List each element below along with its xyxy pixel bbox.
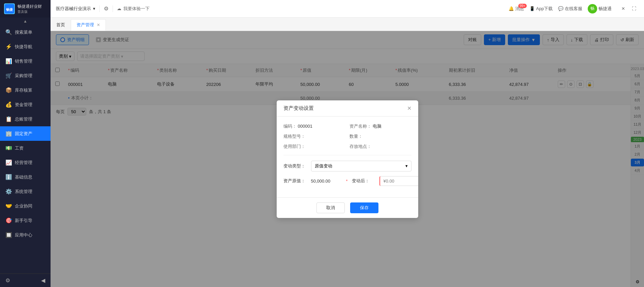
content-area: 资产明细 变更生成凭证 对账 + 新增 批量操作 ▼ bbox=[51, 31, 644, 287]
company-name: 医疗器械行业演示 bbox=[56, 6, 91, 12]
avatar-circle: 畅 bbox=[588, 4, 597, 13]
inventory-icon: 📦 bbox=[5, 87, 11, 93]
modal-close-button[interactable]: ✕ bbox=[407, 105, 411, 111]
sidebar: 畅捷 畅捷通好业财 普及版 ▲ 🔍 搜索菜单 ⚡ 快捷导航 📊 销售管理 bbox=[0, 0, 51, 287]
sidebar-item-operations[interactable]: 📈 经营管理 bbox=[0, 155, 51, 170]
topbar-divider-1 bbox=[99, 5, 100, 12]
close-window-button[interactable]: ✕ bbox=[618, 4, 628, 13]
sidebar-logo: 畅捷 畅捷通好业财 普及版 bbox=[0, 0, 51, 18]
sidebar-item-guide[interactable]: 🎯 新手引导 bbox=[0, 213, 51, 228]
guide-icon: 🎯 bbox=[5, 217, 11, 224]
required-marker: * bbox=[346, 179, 348, 184]
experience-button[interactable]: ☁ 我要体验一下 bbox=[117, 6, 150, 12]
modal-change-type-row: 变动类型： 原值变动 ▾ bbox=[283, 161, 411, 171]
sidebar-bottom: ⚙ ◀ bbox=[0, 274, 51, 287]
operations-icon: 📈 bbox=[5, 159, 11, 166]
basic-info-icon: ℹ️ bbox=[5, 174, 11, 180]
original-value-label: 资产原值： bbox=[283, 178, 307, 184]
tab-asset-management[interactable]: 资产管理 ✕ bbox=[71, 19, 106, 31]
sidebar-item-inventory[interactable]: 📦 库存核算 bbox=[0, 83, 51, 97]
modal-department-item: 使用部门： bbox=[283, 144, 345, 150]
cloud-icon: ☁ bbox=[117, 6, 121, 11]
sidebar-item-salary[interactable]: 💵 工资 bbox=[0, 141, 51, 155]
quick-nav-icon: ⚡ bbox=[5, 43, 11, 50]
tab-home[interactable]: 首页 bbox=[51, 19, 71, 31]
logo-text: 畅捷通好业财 普及版 bbox=[18, 4, 42, 14]
modal-values-row: 资产原值： 50,000.00 * 变动后： bbox=[283, 176, 411, 186]
original-value-display: 50,000.00 bbox=[311, 179, 338, 184]
change-type-label: 变动类型： bbox=[283, 163, 307, 169]
message-button[interactable]: 🔔 消息 99+ bbox=[509, 6, 524, 12]
sales-icon: 📊 bbox=[5, 58, 11, 64]
settings-bottom-icon[interactable]: ⚙ bbox=[5, 277, 10, 284]
finance-icon: 💰 bbox=[5, 101, 11, 108]
sidebar-item-ledger[interactable]: 📋 总账管理 bbox=[0, 112, 51, 126]
app-center-icon: 🔲 bbox=[5, 232, 11, 238]
modal-header: 资产变动设置 ✕ bbox=[277, 100, 418, 117]
phone-icon: 📱 bbox=[529, 6, 535, 11]
sidebar-item-finance[interactable]: 💰 资金管理 bbox=[0, 97, 51, 112]
sidebar-item-search[interactable]: 🔍 搜索菜单 bbox=[0, 25, 51, 39]
sidebar-item-sales[interactable]: 📊 销售管理 bbox=[0, 54, 51, 68]
modal-title: 资产变动设置 bbox=[283, 105, 314, 111]
modal-quantity-item: 数量： bbox=[349, 133, 411, 139]
fixed-assets-icon: 🏢 bbox=[5, 130, 11, 137]
main-content: 医疗器械行业演示 ▾ ⚙ ☁ 我要体验一下 🔔 消息 99+ 📱 App下载 bbox=[51, 0, 644, 287]
company-dropdown-icon: ▾ bbox=[93, 6, 95, 11]
modal-asset-name-item: 资产名称： 电脑 bbox=[349, 123, 411, 129]
sidebar-menu: ▲ 🔍 搜索菜单 ⚡ 快捷导航 📊 销售管理 🛒 采购管理 📦 库存核算 bbox=[0, 18, 51, 274]
tab-close-icon[interactable]: ✕ bbox=[97, 23, 100, 27]
company-selector[interactable]: 医疗器械行业演示 ▾ bbox=[56, 6, 95, 12]
experience-label: 我要体验一下 bbox=[123, 6, 150, 12]
modal-info-grid: 编码： 000001 资产名称： 电脑 规格型号： bbox=[283, 123, 411, 150]
sidebar-item-system[interactable]: ⚙️ 系统管理 bbox=[0, 184, 51, 199]
sidebar-item-app-center[interactable]: 🔲 应用中心 bbox=[0, 228, 51, 242]
modal-save-button[interactable]: 保存 bbox=[350, 202, 378, 213]
user-avatar[interactable]: 畅 畅捷通 bbox=[588, 4, 612, 13]
maximize-window-button[interactable]: ⛶ bbox=[629, 4, 639, 13]
system-icon: ⚙️ bbox=[5, 188, 11, 195]
change-type-select[interactable]: 原值变动 ▾ bbox=[311, 161, 411, 171]
topbar-actions: 🔔 消息 99+ 📱 App下载 💬 在线客服 畅 畅捷通 bbox=[509, 4, 612, 13]
collapse-icon[interactable]: ◀ bbox=[41, 277, 45, 284]
purchase-icon: 🛒 bbox=[5, 72, 11, 79]
window-controls: ✕ ⛶ bbox=[618, 4, 639, 13]
enterprise-icon: 🤝 bbox=[5, 203, 11, 209]
modal-body: 编码： 000001 资产名称： 电脑 规格型号： bbox=[277, 117, 418, 197]
sidebar-item-enterprise[interactable]: 🤝 企业协同 bbox=[0, 199, 51, 213]
sidebar-item-fixed-assets[interactable]: 🏢 固定资产 bbox=[0, 126, 51, 141]
ledger-icon: 📋 bbox=[5, 116, 11, 122]
tabs-bar: 首页 资产管理 ✕ bbox=[51, 18, 644, 31]
modal-footer: 取消 保存 bbox=[277, 197, 418, 218]
modal-code-item: 编码： 000001 bbox=[283, 123, 345, 129]
after-change-input[interactable] bbox=[379, 176, 418, 186]
sidebar-item-purchase[interactable]: 🛒 采购管理 bbox=[0, 68, 51, 83]
service-icon: 💬 bbox=[558, 6, 563, 11]
sidebar-item-basic-info[interactable]: ℹ️ 基础信息 bbox=[0, 170, 51, 184]
topbar-divider-2 bbox=[113, 5, 113, 12]
message-badge: 99+ bbox=[518, 4, 527, 8]
modal-cancel-button[interactable]: 取消 bbox=[316, 202, 345, 213]
message-icon: 🔔 bbox=[509, 6, 514, 11]
asset-change-modal: 资产变动设置 ✕ 编码： 000001 资产名称： 电脑 bbox=[277, 100, 418, 218]
salary-icon: 💵 bbox=[5, 145, 11, 151]
topbar: 医疗器械行业演示 ▾ ⚙ ☁ 我要体验一下 🔔 消息 99+ 📱 App下载 bbox=[51, 0, 644, 18]
online-service-button[interactable]: 💬 在线客服 bbox=[558, 6, 582, 12]
logo-icon: 畅捷 bbox=[4, 3, 15, 14]
svg-text:畅捷: 畅捷 bbox=[6, 8, 13, 11]
modal-location-item: 存放地点： bbox=[349, 144, 411, 150]
gear-button[interactable]: ⚙ bbox=[104, 5, 109, 12]
change-type-dropdown-icon: ▾ bbox=[405, 163, 408, 168]
modal-overlay: 资产变动设置 ✕ 编码： 000001 资产名称： 电脑 bbox=[51, 31, 644, 287]
app-download-button[interactable]: 📱 App下载 bbox=[529, 6, 553, 12]
after-change-label: 变动后： bbox=[352, 178, 375, 184]
scroll-up-icon[interactable]: ▲ bbox=[0, 18, 51, 25]
sidebar-item-quick-nav[interactable]: ⚡ 快捷导航 bbox=[0, 39, 51, 54]
modal-divider bbox=[283, 155, 411, 155]
modal-spec-item: 规格型号： bbox=[283, 133, 345, 139]
search-icon: 🔍 bbox=[5, 29, 11, 35]
